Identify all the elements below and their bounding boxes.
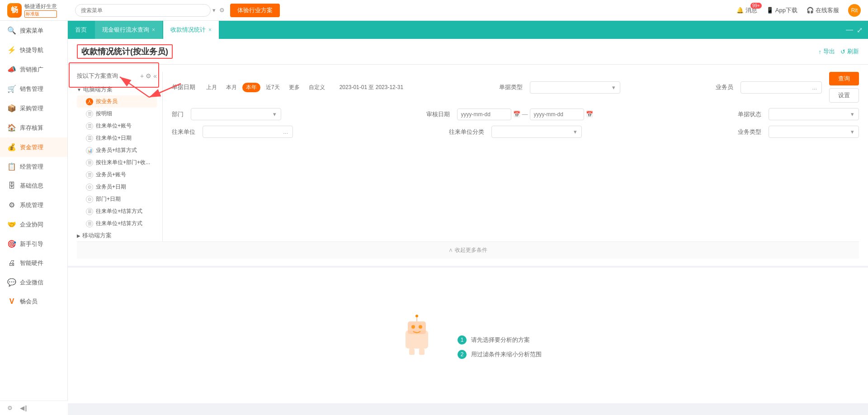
user-avatar[interactable]: Rit (848, 4, 861, 17)
date-tab-last-month[interactable]: 上月 (203, 83, 221, 92)
scheme-item-icon: 人 (86, 98, 93, 105)
scheme-item-salesperson-settle[interactable]: 📊 业务员+结算方式 (77, 144, 157, 156)
chevron-down-icon: ▾ (574, 128, 577, 135)
sidebar-collapse-icon[interactable]: ◀‖ (20, 405, 28, 411)
scheme-item-icon: 📊 (86, 147, 93, 154)
tab-cashflow[interactable]: 现金银行流水查询 × (95, 21, 162, 39)
sidebar-item-inventory[interactable]: 🏠 库存核算 (0, 118, 67, 137)
review-date-to[interactable] (530, 108, 584, 120)
sidebar-item-marketing[interactable]: 📣 营销推广 (0, 60, 67, 79)
quicknav-icon: ⚡ (7, 46, 16, 54)
logo-text: 畅捷通好生意 标准版 (24, 3, 57, 18)
scheme-group-mobile-header[interactable]: ▶ 移动端方案 (77, 230, 157, 241)
review-date-from[interactable] (457, 108, 511, 120)
chevron-right-icon: ▶ (77, 233, 80, 238)
settings-button[interactable]: 设置 (829, 88, 859, 103)
sidebar-item-label: 销售管理 (20, 85, 43, 93)
operation-icon: 📋 (7, 162, 16, 171)
date-tab-7days[interactable]: 近7天 (262, 83, 283, 92)
tab-close-cashflow[interactable]: × (152, 21, 155, 39)
scheme-header-actions: + ⚙ « (140, 72, 157, 80)
date-tab-custom[interactable]: 自定义 (305, 83, 329, 92)
scheme-item-icon: ⊙ (86, 184, 93, 191)
scheme-item-partner-settle2[interactable]: ☰ 往来单位+结算方式 (77, 217, 157, 230)
scheme-item-partner-dept[interactable]: ☰ 按往来单位+部门+收... (77, 156, 157, 169)
empty-illustration (394, 312, 439, 359)
scheme-item-partner-account[interactable]: ☰ 往来单位+账号 (77, 120, 157, 132)
notification-button[interactable]: 🔔 消息 99+ (736, 6, 757, 14)
scheme-panel: 按以下方案查询 + ⚙ « ▼ 电脑端方案 (77, 72, 163, 241)
refresh-button[interactable]: ↺ 刷新 (840, 47, 859, 56)
scheme-group-desktop-header[interactable]: ▼ 电脑端方案 (77, 84, 157, 95)
sidebar-item-purchase[interactable]: 📦 采购管理 (0, 99, 67, 118)
tab-maximize-icon[interactable]: ⤢ (857, 26, 863, 34)
scheme-settings-icon[interactable]: ⚙ (146, 72, 151, 80)
sidebar-item-hardware[interactable]: 🖨 智能硬件 (0, 254, 67, 273)
sidebar-item-vip[interactable]: V 畅会员 (0, 292, 67, 311)
calendar-from-icon[interactable]: 📅 (513, 111, 520, 118)
scheme-item-by-detail[interactable]: ☰ 按明细 (77, 108, 157, 120)
query-button[interactable]: 查询 (829, 72, 859, 85)
salesperson-input[interactable]: ... (741, 81, 822, 94)
doc-type-select[interactable]: ▾ (530, 81, 620, 94)
app-download-button[interactable]: 📱 App下载 (766, 6, 797, 14)
sidebar-item-quicknav[interactable]: ⚡ 快捷导航 (0, 40, 67, 60)
partner-category-label: 往来单位分类 (449, 128, 484, 136)
sidebar-item-guide[interactable]: 🎯 新手引导 (0, 234, 67, 254)
doc-type-label: 单据类型 (499, 83, 523, 91)
sidebar-item-basic[interactable]: 🗄 基础信息 (0, 176, 67, 195)
partner-category-select[interactable]: ▾ (491, 126, 582, 138)
sidebar-item-search[interactable]: 🔍 搜索菜单 (0, 21, 67, 40)
sidebar-item-finance[interactable]: 💰 资金管理 (0, 137, 67, 157)
scheme-collapse-icon[interactable]: « (153, 72, 157, 80)
date-tab-this-month[interactable]: 本月 (222, 83, 241, 92)
partner-label: 往来单位 (172, 128, 195, 136)
date-tab-this-year[interactable]: 本年 (242, 83, 260, 92)
sidebar-item-label: 资金管理 (20, 143, 43, 151)
export-button[interactable]: ↑ 导出 (819, 47, 835, 56)
calendar-to-icon[interactable]: 📅 (586, 111, 593, 118)
tab-close-collection[interactable]: × (208, 21, 212, 39)
scheme-item-partner-settle1[interactable]: ☰ 往来单位+结算方式 (77, 205, 157, 217)
collapse-bar[interactable]: ∧ 收起更多条件 (77, 241, 859, 259)
settings-icon[interactable]: ⚙ (219, 7, 225, 14)
scheme-item-icon: ☰ (86, 159, 93, 166)
sidebar-item-system[interactable]: ⚙ 系统管理 (0, 195, 67, 215)
sidebar-item-sales[interactable]: 🛒 销售管理 (0, 79, 67, 99)
scheme-item-dept-date[interactable]: ⊙ 部门+日期 (77, 193, 157, 205)
sidebar-item-label: 快捷导航 (20, 46, 43, 54)
top-actions: 🔔 消息 99+ 📱 App下载 🎧 在线客服 Rit (736, 4, 861, 17)
date-label: 单据日期 (172, 83, 195, 91)
sidebar-item-label: 新手引导 (20, 240, 43, 248)
sidebar-item-label: 畅会员 (20, 297, 38, 306)
main-content: 首页 现金银行流水查询 × 收款情况统计 × — ⤢ 收款情况统计(按业务员) (68, 21, 868, 415)
sidebar-item-collab[interactable]: 🤝 企业协同 (0, 215, 67, 234)
dept-select[interactable]: ▾ (191, 108, 281, 120)
biz-type-select[interactable]: ▾ (769, 126, 859, 138)
scheme-item-partner-date[interactable]: ☰ 往来单位+日期 (77, 132, 157, 144)
sidebar-item-operation[interactable]: 📋 经营管理 (0, 157, 67, 176)
page-title: 收款情况统计(按业务员) (77, 44, 173, 59)
doc-status-select[interactable]: ▾ (769, 108, 859, 120)
tab-minimize-icon[interactable]: — (846, 26, 853, 34)
scheme-item-by-salesperson[interactable]: 人 按业务员 (77, 95, 157, 108)
scheme-item-salesperson-date[interactable]: ⊙ 业务员+日期 (77, 181, 157, 193)
scheme-item-icon: ⊙ (86, 196, 93, 203)
tab-home[interactable]: 首页 (68, 21, 94, 39)
svg-rect-7 (419, 349, 425, 355)
sidebar-item-wxwork[interactable]: 💬 企业微信 (0, 273, 67, 292)
tab-collection[interactable]: 收款情况统计 × (163, 21, 219, 39)
partner-input[interactable]: ... (203, 126, 293, 138)
date-tab-more[interactable]: 更多 (285, 83, 303, 92)
online-service-button[interactable]: 🎧 在线客服 (807, 6, 839, 14)
sidebar-settings-icon[interactable]: ⚙ (7, 405, 13, 411)
ellipsis-icon: ... (812, 84, 817, 91)
sidebar: 🔍 搜索菜单 ⚡ 快捷导航 📣 营销推广 🛒 销售管理 📦 采购管理 🏠 库存核… (0, 21, 68, 415)
scheme-item-salesperson-account[interactable]: ☰ 业务员+账号 (77, 169, 157, 181)
trial-button[interactable]: 体验行业方案 (230, 4, 280, 17)
marketing-icon: 📣 (7, 65, 16, 74)
search-dropdown-icon[interactable]: ▾ (212, 7, 216, 14)
scheme-item-icon: ☰ (86, 135, 93, 142)
scheme-add-icon[interactable]: + (140, 72, 144, 80)
top-search-input[interactable] (75, 4, 211, 17)
